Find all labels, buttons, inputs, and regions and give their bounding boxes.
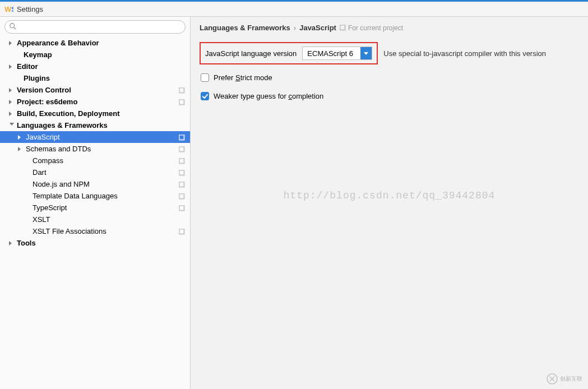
lang-version-hint: Use special to-javascript compiler with … <box>383 49 546 58</box>
strict-mode-label: Prefer Strict mode <box>214 73 272 82</box>
tree-item-label: XSLT File Associations <box>33 227 179 235</box>
app-logo-icon: WS <box>4 4 13 13</box>
tree-item-label: XSLT <box>33 215 186 224</box>
brand-icon <box>547 373 558 385</box>
lang-version-select[interactable]: ECMAScript 6 <box>302 47 372 60</box>
lang-version-highlight: JavaScript language version ECMAScript 6 <box>200 42 378 64</box>
svg-text:WS: WS <box>4 5 13 13</box>
project-scope-icon <box>179 193 186 200</box>
titlebar: WS Settings <box>0 0 588 17</box>
tree-item-template-data-languages[interactable]: Template Data Languages <box>0 190 190 202</box>
chevron-right-icon[interactable] <box>9 99 15 105</box>
watermark-text: http://blog.csdn.net/qq_39442804 <box>284 190 496 201</box>
tree-item-label: Keymap <box>24 50 186 59</box>
tree-item-label: Dart <box>33 168 179 177</box>
tree-item-label: Plugins <box>24 74 186 82</box>
strict-mode-row[interactable]: Prefer Strict mode <box>201 73 579 82</box>
tree-item-javascript[interactable]: JavaScript <box>0 131 190 143</box>
tree-item-typescript[interactable]: TypeScript <box>0 202 190 214</box>
window-title: Settings <box>17 5 43 13</box>
lang-version-value: ECMAScript 6 <box>303 49 360 58</box>
lang-version-row: JavaScript language version ECMAScript 6… <box>200 42 579 64</box>
settings-main: Languages & Frameworks › JavaScript For … <box>191 17 588 389</box>
chevron-down-icon[interactable] <box>9 123 15 128</box>
search-input[interactable] <box>4 20 186 34</box>
breadcrumb-scope: For current project <box>340 24 403 32</box>
breadcrumb-parent[interactable]: Languages & Frameworks <box>200 24 290 32</box>
search-icon <box>9 22 17 30</box>
chevron-right-icon[interactable] <box>9 87 15 93</box>
scope-icon <box>340 25 346 31</box>
tree-item-label: Tools <box>17 239 186 247</box>
tree-item-label: Node.js and NPM <box>33 180 179 188</box>
tree-item-label: Version Control <box>17 86 179 94</box>
tree-item-appearance-behavior[interactable]: Appearance & Behavior <box>0 37 190 49</box>
tree-item-dart[interactable]: Dart <box>0 166 190 178</box>
search-wrap <box>0 17 190 37</box>
svg-point-1 <box>10 24 15 28</box>
svg-line-2 <box>14 27 16 30</box>
project-scope-icon <box>179 228 186 235</box>
chevron-right-icon[interactable] <box>18 135 24 140</box>
tree-item-xslt-file-associations[interactable]: XSLT File Associations <box>0 225 190 237</box>
chevron-right-icon[interactable] <box>9 111 15 117</box>
breadcrumb-sep-icon: › <box>294 24 296 32</box>
chevron-right-icon[interactable] <box>18 146 24 152</box>
project-scope-icon <box>179 169 186 176</box>
chevron-right-icon[interactable] <box>9 64 15 70</box>
tree-item-compass[interactable]: Compass <box>0 155 190 166</box>
project-scope-icon <box>179 205 186 211</box>
project-scope-icon <box>179 134 186 141</box>
breadcrumb: Languages & Frameworks › JavaScript For … <box>200 24 579 32</box>
tree-item-keymap[interactable]: Keymap <box>0 49 190 61</box>
settings-sidebar: Appearance & BehaviorKeymapEditorPlugins… <box>0 17 191 389</box>
project-scope-icon <box>179 158 186 164</box>
project-scope-icon <box>179 146 186 152</box>
chevron-right-icon[interactable] <box>9 240 15 246</box>
tree-item-build-execution-deployment[interactable]: Build, Execution, Deployment <box>0 108 190 119</box>
weaker-type-checkbox[interactable] <box>201 92 209 100</box>
chevron-right-icon[interactable] <box>9 40 15 46</box>
tree-item-schemas-and-dtds[interactable]: Schemas and DTDs <box>0 143 190 155</box>
project-scope-icon <box>179 181 186 188</box>
tree-item-project-es6demo[interactable]: Project: es6demo <box>0 96 190 108</box>
tree-item-editor[interactable]: Editor <box>0 61 190 72</box>
project-scope-icon <box>179 99 186 105</box>
settings-tree: Appearance & BehaviorKeymapEditorPlugins… <box>0 37 190 389</box>
tree-item-label: Schemas and DTDs <box>26 145 179 153</box>
tree-item-tools[interactable]: Tools <box>0 237 190 249</box>
tree-item-version-control[interactable]: Version Control <box>0 84 190 96</box>
brand-watermark: 创新互联 <box>547 373 582 385</box>
tree-item-label: Compass <box>33 156 179 165</box>
tree-item-label: Template Data Languages <box>33 192 179 200</box>
weaker-type-label: Weaker type guess for completion <box>214 92 323 100</box>
breadcrumb-current: JavaScript <box>299 24 336 32</box>
tree-item-label: Build, Execution, Deployment <box>17 109 186 118</box>
project-scope-icon <box>179 87 186 94</box>
tree-item-label: Languages & Frameworks <box>17 121 186 129</box>
lang-version-label: JavaScript language version <box>205 49 297 58</box>
strict-mode-checkbox[interactable] <box>201 73 209 82</box>
dropdown-arrow-icon <box>360 47 372 59</box>
tree-item-plugins[interactable]: Plugins <box>0 72 190 84</box>
tree-item-label: Project: es6demo <box>17 98 179 106</box>
tree-item-label: Editor <box>17 62 186 71</box>
tree-item-label: TypeScript <box>33 203 179 212</box>
tree-item-xslt[interactable]: XSLT <box>0 214 190 225</box>
tree-item-label: Appearance & Behavior <box>17 39 186 47</box>
tree-item-node-js-and-npm[interactable]: Node.js and NPM <box>0 178 190 190</box>
weaker-type-row[interactable]: Weaker type guess for completion <box>201 92 579 100</box>
tree-item-languages-frameworks[interactable]: Languages & Frameworks <box>0 119 190 131</box>
tree-item-label: JavaScript <box>26 133 179 141</box>
